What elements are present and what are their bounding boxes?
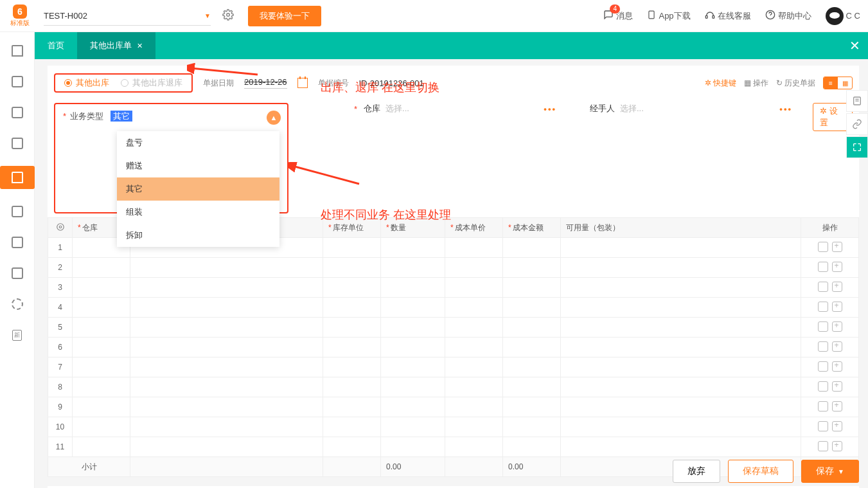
- messages-badge: 4: [610, 5, 620, 14]
- support-label: 在线客服: [718, 10, 751, 22]
- app-download-link[interactable]: App下载: [647, 10, 690, 22]
- headset-icon: [705, 10, 715, 22]
- phone-icon: [647, 10, 656, 22]
- avatar-icon: [826, 7, 844, 25]
- svg-point-0: [227, 14, 230, 17]
- org-name: TEST-H002: [44, 11, 87, 21]
- top-right-menu: 消息 4 App下载 在线客服 帮助中心 C C: [603, 7, 860, 25]
- svg-rect-4: [713, 15, 714, 18]
- experience-button[interactable]: 我要体验一下: [248, 6, 321, 26]
- chevron-down-icon: ▼: [204, 12, 211, 19]
- help-link[interactable]: 帮助中心: [765, 10, 811, 22]
- top-bar: 6 标准版 TEST-H002 ▼ 我要体验一下 消息 4 App下载 在线客服: [0, 0, 868, 32]
- org-selector[interactable]: TEST-H002 ▼: [44, 6, 211, 26]
- help-label: 帮助中心: [778, 10, 811, 22]
- support-link[interactable]: 在线客服: [705, 10, 751, 22]
- logo-mark-icon: 6: [13, 5, 27, 19]
- logo: 6 标准版: [8, 5, 32, 28]
- svg-rect-1: [649, 11, 654, 19]
- messages-link[interactable]: 消息 4: [603, 10, 633, 22]
- gear-icon[interactable]: [222, 9, 234, 23]
- help-icon: [765, 10, 775, 22]
- svg-rect-3: [705, 15, 707, 18]
- user-menu[interactable]: C C: [826, 7, 860, 25]
- app-download-label: App下载: [659, 10, 690, 22]
- username-label: C C: [846, 11, 860, 21]
- edition-label: 标准版: [10, 19, 30, 28]
